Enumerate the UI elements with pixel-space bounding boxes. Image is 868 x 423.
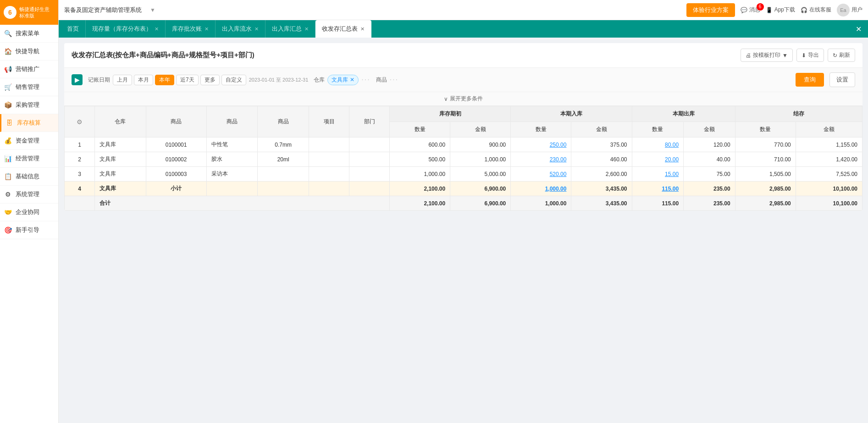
sidebar-item-label: 销售管理 (16, 83, 39, 91)
date-btn-last-month[interactable]: 上月 (113, 75, 132, 85)
tab-close-icon[interactable]: ✕ (205, 26, 209, 32)
date-btn-this-month[interactable]: 本月 (134, 75, 153, 85)
subtotal-empty3 (309, 181, 349, 196)
row-out-qty[interactable]: 15.00 (632, 167, 684, 181)
tab-close-icon[interactable]: ✕ (360, 26, 365, 32)
close-all-icon[interactable]: ✕ (851, 25, 866, 33)
experience-btn[interactable]: 体验行业方案 (686, 3, 735, 17)
purchase-icon: 📦 (4, 101, 12, 109)
page-title: 收发存汇总表(按仓库+商品编码+商品+规格型号+项目+部门) (72, 51, 254, 60)
row-seq: 2 (65, 152, 95, 167)
row-out-qty[interactable]: 80.00 (632, 137, 684, 152)
export-icon: ⬇ (802, 52, 806, 59)
tab-flow[interactable]: 出入库流水 ✕ (216, 20, 265, 38)
row-opening-amt: 1,000.00 (450, 152, 511, 167)
row-balance-amt: 1,420.00 (796, 152, 862, 167)
system-name: 装备及固定资产辅助管理系统 (64, 6, 142, 14)
tab-label: 库存批次账 (172, 25, 202, 33)
sidebar-item-enterprise[interactable]: 🤝 企业协同 (0, 203, 58, 221)
sidebar-item-search[interactable]: 🔍 搜索菜单 (0, 25, 58, 43)
total-opening-amt: 6,900.00 (450, 196, 511, 211)
chevron-down-icon: ∨ (444, 96, 448, 102)
warehouse-filter-group: 仓库 文具库 ✕ ··· (314, 75, 370, 85)
col-in-amt: 金额 (571, 122, 632, 137)
col-in-qty: 数量 (511, 122, 571, 137)
settings-button[interactable]: 设置 (829, 72, 855, 87)
date-quick-btns: 上月 本月 本年 近7天 更多 自定义 (113, 75, 246, 85)
sidebar-item-purchase[interactable]: 📦 采购管理 (0, 96, 58, 114)
refresh-btn[interactable]: ↻ 刷新 (828, 49, 855, 62)
product-label: 商品 (376, 76, 387, 84)
expand-more-btn[interactable]: ∨ 展开更多条件 (444, 95, 483, 103)
tab-home[interactable]: 首页 (61, 20, 86, 38)
row-name: 采访本 (206, 167, 257, 181)
tab-close-icon[interactable]: ✕ (254, 26, 259, 32)
row-in-qty[interactable]: 520.00 (511, 167, 571, 181)
warehouse-tag-close[interactable]: ✕ (350, 77, 354, 83)
product-filter-group: 商品 ··· (376, 76, 398, 84)
sidebar-item-guide[interactable]: 🎯 新手引导 (0, 221, 58, 239)
sidebar-item-label: 采购管理 (16, 101, 39, 109)
tab-close-icon[interactable]: ✕ (155, 26, 159, 32)
subtotal-in-qty[interactable]: 1,000.00 (511, 181, 571, 196)
date-btn-more[interactable]: 更多 (200, 75, 220, 85)
tab-summary[interactable]: 出入库汇总 ✕ (265, 20, 315, 38)
user-action[interactable]: Ea 用户 (837, 4, 862, 16)
row-in-qty[interactable]: 230.00 (511, 152, 571, 167)
sidebar-item-label: 新手引导 (16, 226, 39, 234)
row-balance-qty: 1,505.00 (735, 167, 796, 181)
logo-text: 畅捷通好生意 标准版 (19, 6, 50, 19)
product-dots[interactable]: ··· (390, 76, 398, 84)
data-table: ⚙ 仓库 商品 商品 商品 项目 部门 库存期初 本期入库 本期出库 结存 (64, 106, 862, 211)
avatar: Ea (837, 4, 850, 16)
online-service-action[interactable]: 🎧 在线客服 (801, 6, 831, 14)
sidebar-item-label: 快捷导航 (16, 47, 39, 55)
sidebar-item-system[interactable]: ⚙ 系统管理 (0, 186, 58, 203)
subtotal-balance-amt: 10,100.00 (796, 181, 862, 196)
print-btn[interactable]: 🖨 按模板打印 ▼ (741, 49, 793, 62)
filter-toggle-btn[interactable]: ▶ (72, 74, 83, 85)
row-out-amt: 120.00 (684, 137, 735, 152)
total-balance-qty: 2,985.00 (735, 196, 796, 211)
guide-icon: 🎯 (4, 226, 12, 234)
total-in-qty: 1,000.00 (511, 196, 571, 211)
warehouse-tag[interactable]: 文具库 ✕ (327, 75, 359, 85)
row-out-amt: 40.00 (684, 152, 735, 167)
tab-batch[interactable]: 库存批次账 ✕ (166, 20, 216, 38)
sidebar-item-label: 经营管理 (16, 154, 39, 163)
sidebar-item-sales[interactable]: 🛒 销售管理 (0, 78, 58, 96)
col-opening-group: 库存期初 (390, 106, 511, 122)
tab-receive-send[interactable]: 收发存汇总表 ✕ (315, 20, 371, 38)
col-project-header: 项目 (309, 106, 349, 137)
column-settings-icon[interactable]: ⚙ (77, 118, 83, 126)
sidebar-item-marketing[interactable]: 📢 营销推广 (0, 60, 58, 78)
message-action[interactable]: 💬 消息 6 (741, 6, 760, 14)
tab-inventory-dist[interactable]: 现存量（库存分布表） ✕ (86, 20, 166, 38)
sidebar-item-basicinfo[interactable]: 📋 基础信息 (0, 168, 58, 186)
date-btn-this-year[interactable]: 本年 (155, 75, 174, 85)
date-btn-7days[interactable]: 近7天 (176, 75, 199, 85)
subtotal-in-amt: 3,435.00 (571, 181, 632, 196)
sidebar-item-label: 资金管理 (16, 137, 39, 145)
warehouse-dots[interactable]: ··· (361, 76, 370, 84)
query-button[interactable]: 查询 (796, 73, 824, 87)
sidebar-item-inventory[interactable]: 🗄 库存核算 (0, 114, 58, 132)
date-btn-custom[interactable]: 自定义 (221, 75, 246, 85)
export-btn[interactable]: ⬇ 导出 (796, 49, 824, 62)
subtotal-out-qty[interactable]: 115.00 (632, 181, 684, 196)
tab-close-icon[interactable]: ✕ (304, 26, 309, 32)
sidebar-item-finance[interactable]: 💰 资金管理 (0, 132, 58, 150)
page-actions: 🖨 按模板打印 ▼ ⬇ 导出 ↻ 刷新 (741, 49, 855, 62)
search-icon: 🔍 (4, 29, 12, 38)
warehouse-label: 仓库 (314, 76, 325, 84)
sidebar-item-operations[interactable]: 📊 经营管理 (0, 150, 58, 168)
sidebar-item-quicknav[interactable]: 🏠 快捷导航 (0, 43, 58, 60)
operations-icon: 📊 (4, 154, 12, 163)
total-out-qty: 115.00 (632, 196, 684, 211)
row-out-qty[interactable]: 20.00 (632, 152, 684, 167)
row-balance-qty: 770.00 (735, 137, 796, 152)
app-download-action[interactable]: 📱 App下载 (766, 6, 795, 14)
row-in-qty[interactable]: 250.00 (511, 137, 571, 152)
system-icon: ⚙ (4, 190, 12, 198)
system-dropdown-icon[interactable]: ▼ (150, 7, 155, 13)
